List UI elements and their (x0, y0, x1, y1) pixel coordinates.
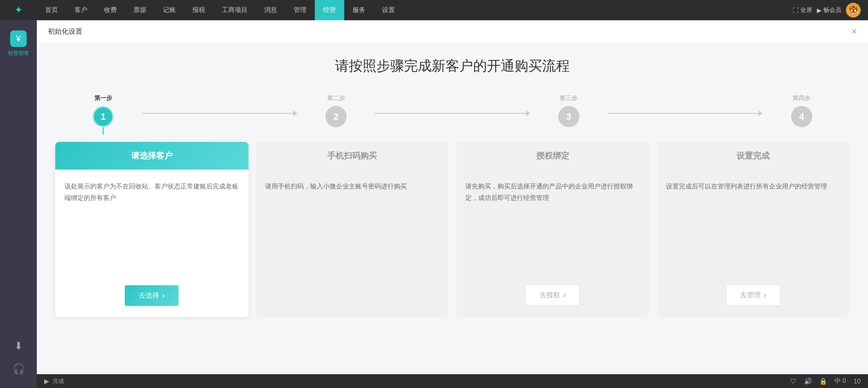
arrow-icon-1: › (162, 291, 165, 300)
nav-item-manage[interactable]: 管理 (285, 0, 315, 20)
card-footer-2 (256, 299, 449, 317)
avatar[interactable]: 🐯 (846, 3, 861, 18)
card-body-4: 设置完成后可以在管理列表进行所有企业用户的经营管理 (657, 170, 850, 277)
nav-right: ⛶ 全屏 ▶ 畅会员 🐯 (793, 3, 868, 18)
layout: ¥ 经营管理 ⬇ 🎧 初始化设置 × 请按照步骤完成新客户的开通购买流程 第一步 (0, 20, 868, 388)
step-node-1: 第一步 1 (64, 94, 142, 135)
nav-item-home[interactable]: 首页 (37, 0, 66, 20)
main-heading: 请按照步骤完成新客户的开通购买流程 (55, 57, 850, 76)
card-header-3: 授权绑定 (456, 142, 649, 170)
arrow-icon-3: › (563, 290, 566, 300)
nav-item-service[interactable]: 服务 (344, 0, 374, 20)
nav-item-message[interactable]: 消息 (256, 0, 285, 20)
main-content: 初始化设置 × 请按照步骤完成新客户的开通购买流程 第一步 1 (37, 20, 868, 388)
step-circle-3: 3 (558, 106, 579, 127)
time-icon: 10 (853, 377, 861, 385)
connector-2-3 (375, 111, 530, 116)
step-node-2: 第二步 2 (297, 94, 375, 127)
step-label-2: 第二步 (327, 94, 345, 102)
step-node-3: 第三步 3 (530, 94, 608, 127)
step-card-4: 设置完成 设置完成后可以在管理列表进行所有企业用户的经营管理 去管理 › (657, 142, 850, 317)
operation-icon: ¥ (10, 30, 27, 47)
step-card-1: 请选择客户 该处展示的客户为不在回收站、客户状态正常建账后完成老板端绑定的所有客… (55, 142, 249, 317)
card-header-4: 设置完成 (657, 142, 850, 170)
go-manage-button[interactable]: 去管理 › (726, 284, 781, 306)
card-header-2: 手机扫码购买 (256, 142, 449, 170)
connector-1-2 (142, 111, 297, 116)
logo-icon: ✦ (14, 4, 23, 16)
nav-item-business[interactable]: 工商项目 (214, 0, 256, 20)
connector-3-4 (608, 111, 763, 116)
step-line-down-1 (103, 127, 104, 135)
steps-row: 第一步 1 第二步 2 (55, 94, 850, 135)
close-button[interactable]: × (851, 27, 857, 36)
step-label-1: 第一步 (94, 94, 112, 102)
fullscreen-button[interactable]: ⛶ 全屏 (793, 6, 812, 14)
nav-item-customer[interactable]: 客户 (66, 0, 96, 20)
card-header-1: 请选择客户 (55, 142, 249, 170)
sidebar-item-operation[interactable]: ¥ 经营管理 (0, 25, 37, 62)
status-done-label: 完成 (53, 377, 64, 385)
shield-icon[interactable]: 🛡 (790, 377, 797, 385)
nav-items: 首页 客户 收费 票据 记账 报税 工商项目 消息 管理 经营 服务 设置 (37, 0, 793, 20)
step-label-4: 第四步 (793, 94, 810, 102)
fullscreen-icon: ⛶ (793, 7, 799, 14)
card-footer-4: 去管理 › (657, 277, 850, 317)
go-auth-button[interactable]: 去授权 › (525, 284, 580, 306)
download-icon[interactable]: ⬇ (11, 336, 26, 356)
volume-icon[interactable]: 🔊 (804, 377, 812, 385)
nav-item-bill[interactable]: 票据 (125, 0, 155, 20)
step-card-3: 授权绑定 请先购买，购买后选择开通的产品中的企业用户进行授权绑定，成功后即可进行… (456, 142, 649, 317)
step-circle-2: 2 (325, 106, 347, 127)
nav-item-operation[interactable]: 经营 (315, 0, 344, 20)
nav-item-account[interactable]: 记账 (155, 0, 184, 20)
step-label-3: 第三步 (560, 94, 578, 102)
nav-item-tax[interactable]: 报税 (184, 0, 214, 20)
card-body-2: 请用手机扫码，输入小微企业主账号密码进行购买 (256, 170, 449, 299)
page-header: 初始化设置 × (37, 20, 868, 43)
vip-button[interactable]: ▶ 畅会员 (817, 6, 841, 14)
arrow-icon-4: › (764, 290, 766, 300)
card-footer-1: 去选择 › (55, 278, 249, 317)
status-bar-right: 🛡 🔊 🔒 中 0 10 (790, 377, 861, 385)
step-circle-4: 4 (791, 106, 812, 127)
step-node-4: 第四步 4 (763, 94, 840, 127)
card-footer-3: 去授权 › (456, 277, 649, 317)
card-body-3: 请先购买，购买后选择开通的产品中的企业用户进行授权绑定，成功后即可进行经营管理 (456, 170, 649, 277)
vip-icon: ▶ (817, 7, 822, 14)
content-area: 请按照步骤完成新客户的开通购买流程 第一步 1 (37, 43, 868, 374)
nav-item-settings[interactable]: 设置 (374, 0, 403, 20)
sidebar-bottom: ⬇ 🎧 (9, 336, 29, 388)
page-title: 初始化设置 (48, 27, 82, 36)
play-icon: ▶ (44, 377, 49, 385)
top-nav: ✦ 首页 客户 收费 票据 记账 报税 工商项目 消息 管理 经营 服务 设置 … (0, 0, 868, 20)
card-body-1: 该处展示的客户为不在回收站、客户状态正常建账后完成老板端绑定的所有客户 (55, 170, 249, 278)
input-method-icon[interactable]: 中 0 (834, 377, 846, 385)
lock-icon[interactable]: 🔒 (819, 377, 827, 385)
status-bar: ▶ 完成 🛡 🔊 🔒 中 0 10 (37, 374, 868, 388)
step-card-2: 手机扫码购买 请用手机扫码，输入小微企业主账号密码进行购买 (256, 142, 449, 317)
cards-row: 请选择客户 该处展示的客户为不在回收站、客户状态正常建账后完成老板端绑定的所有客… (55, 142, 850, 317)
nav-item-fee[interactable]: 收费 (96, 0, 125, 20)
headset-icon[interactable]: 🎧 (9, 359, 29, 379)
step-circle-1: 1 (93, 106, 114, 127)
sidebar: ¥ 经营管理 ⬇ 🎧 (0, 20, 37, 388)
go-select-button[interactable]: 去选择 › (125, 285, 179, 306)
